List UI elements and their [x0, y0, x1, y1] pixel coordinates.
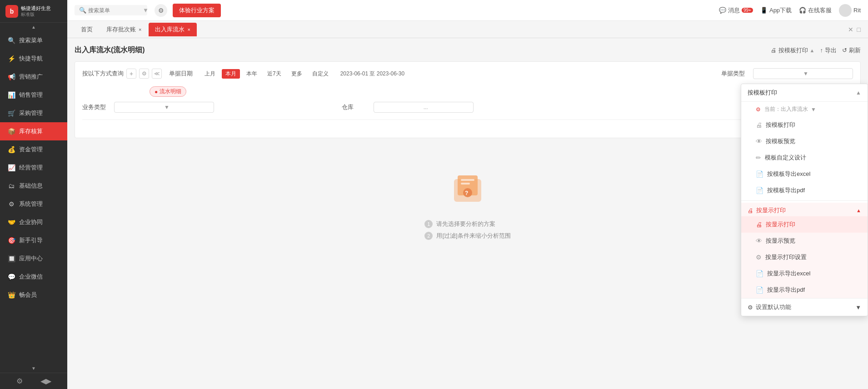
filter-tag-icon: ● — [155, 89, 158, 95]
system-icon: ⚙ — [7, 200, 15, 208]
date-more[interactable]: 更多 — [288, 69, 306, 79]
phone-icon: 📱 — [760, 7, 768, 14]
sidebar-item-quick-nav[interactable]: ⚡ 快捷导航 — [0, 50, 67, 68]
tab-home[interactable]: 首页 — [75, 23, 99, 36]
sidebar-item-search[interactable]: 🔍 搜索菜单 — [0, 31, 67, 50]
search-icon: 🔍 — [79, 7, 86, 14]
current-chevron-icon[interactable]: ▼ — [811, 106, 816, 113]
close-page-icon[interactable]: ✕ — [848, 26, 853, 33]
sidebar-item-label-business: 经营管理 — [19, 164, 43, 172]
page-content: 出入库流水(流水明细) 🖨 按模板打印 ▲ ↑ 导出 ↺ 刷新 — [67, 38, 868, 389]
inventory-icon: 📦 — [7, 128, 15, 135]
wechat-icon: 💬 — [7, 273, 15, 280]
date-this-year[interactable]: 本年 — [243, 69, 261, 79]
user-avatar-area[interactable]: Rit — [839, 4, 861, 17]
svg-rect-3 — [461, 183, 470, 185]
sidebar-item-sales[interactable]: 📊 销售管理 — [0, 86, 67, 104]
sidebar-item-apps[interactable]: 🔲 应用中心 — [0, 249, 67, 268]
sidebar-item-label-wechat: 企业微信 — [19, 273, 43, 281]
display-print-icon: 🖨 — [756, 221, 762, 228]
date-7days[interactable]: 近7天 — [264, 69, 285, 79]
sidebar-item-marketing[interactable]: 📢 营销推广 — [0, 68, 67, 86]
scroll-down-arrow[interactable]: ▼ — [0, 364, 67, 373]
app-download-btn[interactable]: 📱 App下载 — [760, 6, 792, 15]
collapse-filter-btn[interactable]: ▲ 收起更多条件 — [82, 120, 853, 131]
settings-gear-icon[interactable]: ⚙ — [16, 377, 23, 385]
search-input[interactable] — [88, 7, 143, 14]
sidebar-item-purchase[interactable]: 🛒 采购管理 — [0, 104, 67, 122]
dropdown-chevron-up-icon[interactable]: ▲ — [856, 90, 861, 96]
excel-icon: 📄 — [756, 170, 763, 178]
filter-collapse-btn[interactable]: ≪ — [152, 69, 162, 79]
tab-flow[interactable]: 出入库流水 × — [149, 23, 196, 36]
dropdown-template-print[interactable]: 🖨 按模板打印 — [741, 117, 868, 133]
message-icon: 💬 — [719, 7, 726, 14]
dropdown-display-settings[interactable]: ⚙ 按显示打印设置 — [741, 249, 868, 265]
sidebar-item-business[interactable]: 📈 经营管理 — [0, 159, 67, 177]
biz-type-select[interactable]: ▼ — [114, 102, 214, 113]
print-btn[interactable]: 🖨 按模板打印 ▲ — [771, 46, 815, 55]
close-flow-icon[interactable]: × — [187, 27, 190, 32]
empty-step-2: 2 用[过滤]条件来缩小分析范围 — [424, 232, 510, 240]
dropdown-display-print[interactable]: 🖨 按显示打印 — [741, 216, 868, 233]
date-custom[interactable]: 自定义 — [309, 69, 332, 79]
filter-add-btn[interactable]: + — [126, 69, 136, 79]
topbar-gear-btn[interactable]: ⚙ — [155, 4, 167, 17]
close-inventory-batch-icon[interactable]: × — [139, 27, 141, 32]
industry-btn[interactable]: 体验行业方案 — [173, 4, 221, 17]
logo-icon: b — [5, 5, 18, 18]
doc-type-select[interactable]: ▼ — [753, 68, 853, 79]
date-last-month[interactable]: 上月 — [201, 69, 219, 79]
display-section-chevron-up[interactable]: ▲ — [856, 208, 861, 213]
sidebar-item-enterprise[interactable]: 🤝 企业协同 — [0, 213, 67, 231]
maximize-icon[interactable]: □ — [857, 26, 861, 33]
export-btn[interactable]: ↑ 导出 — [820, 46, 837, 55]
sidebar-item-finance[interactable]: 💰 资金管理 — [0, 140, 67, 159]
preview-icon: 👁 — [756, 138, 762, 145]
dropdown-template-custom[interactable]: ✏ 模板自定义设计 — [741, 150, 868, 166]
online-service-btn[interactable]: 🎧 在线客服 — [799, 6, 832, 15]
logo-text: 畅捷通好生意 标准版 — [21, 5, 51, 17]
dropdown-display-export-pdf[interactable]: 📄 按显示导出pdf — [741, 282, 868, 298]
sidebar-item-system[interactable]: ⚙ 系统管理 — [0, 195, 67, 213]
sidebar-item-vip[interactable]: 👑 畅会员 — [0, 286, 67, 304]
dropdown-display-preview[interactable]: 👁 按显示预览 — [741, 233, 868, 249]
dropdown-footer[interactable]: ⚙ 设置默认功能 ▼ — [741, 298, 868, 316]
display-settings-icon: ⚙ — [756, 254, 762, 261]
filter-row-1: 按以下方式查询 + ⚙ ≪ 单据日期 上月 本月 本年 近7天 更多 自定义 — [82, 68, 853, 79]
quick-nav-icon: ⚡ — [7, 55, 15, 62]
empty-step-1: 1 请先选择要分析的方案 — [424, 220, 510, 228]
sidebar-item-wechat[interactable]: 💬 企业微信 — [0, 268, 67, 286]
filter-setting-btn[interactable]: ⚙ — [139, 69, 149, 79]
biz-type-dropdown-icon: ▼ — [164, 104, 209, 110]
warehouse-select[interactable]: ... — [374, 102, 474, 113]
dropdown-template-export-pdf[interactable]: 📄 按模板导出pdf — [741, 182, 868, 199]
collapse-sidebar-icon[interactable]: ◀▶ — [40, 377, 51, 385]
dropdown-template-export-excel[interactable]: 📄 按模板导出excel — [741, 166, 868, 182]
filter-warehouse-row: 仓库 ... — [342, 102, 594, 113]
filter-date-options: 上月 本月 本年 近7天 更多 自定义 — [201, 69, 332, 79]
sidebar-item-label-inventory: 库存核算 — [19, 127, 43, 135]
refresh-icon: ↺ — [842, 47, 847, 54]
filter-tag-流水明细[interactable]: ● 流水明细 — [150, 86, 186, 97]
display-preview-icon: 👁 — [756, 237, 762, 244]
refresh-btn[interactable]: ↺ 刷新 — [842, 46, 861, 55]
scroll-up-arrow[interactable]: ▲ — [0, 23, 67, 31]
sidebar-item-basic[interactable]: 🗂 基础信息 — [0, 177, 67, 195]
sidebar-item-label-purchase: 采购管理 — [19, 109, 43, 117]
display-pdf-icon: 📄 — [756, 286, 763, 294]
sidebar-item-label-basic: 基础信息 — [19, 182, 43, 190]
enterprise-icon: 🤝 — [7, 219, 15, 226]
message-btn[interactable]: 💬 消息 99+ — [719, 6, 753, 15]
basic-icon: 🗂 — [7, 182, 15, 190]
topbar-search-box[interactable]: 🔍 ▼ — [75, 5, 147, 15]
sidebar-item-guide[interactable]: 🎯 新手引导 — [0, 231, 67, 249]
sidebar-item-inventory[interactable]: 📦 库存核算 — [0, 122, 67, 140]
main-area: 🔍 ▼ ⚙ 体验行业方案 💬 消息 99+ 📱 App下载 🎧 在线客服 — [67, 0, 868, 389]
dropdown-template-preview[interactable]: 👁 按模板预览 — [741, 133, 868, 150]
date-this-month[interactable]: 本月 — [222, 69, 240, 79]
tab-inventory-batch[interactable]: 库存批次账 × — [100, 23, 148, 36]
topbar-right: 💬 消息 99+ 📱 App下载 🎧 在线客服 Rit — [719, 4, 861, 17]
svg-text:?: ? — [465, 190, 468, 196]
dropdown-display-export-excel[interactable]: 📄 按显示导出excel — [741, 265, 868, 282]
